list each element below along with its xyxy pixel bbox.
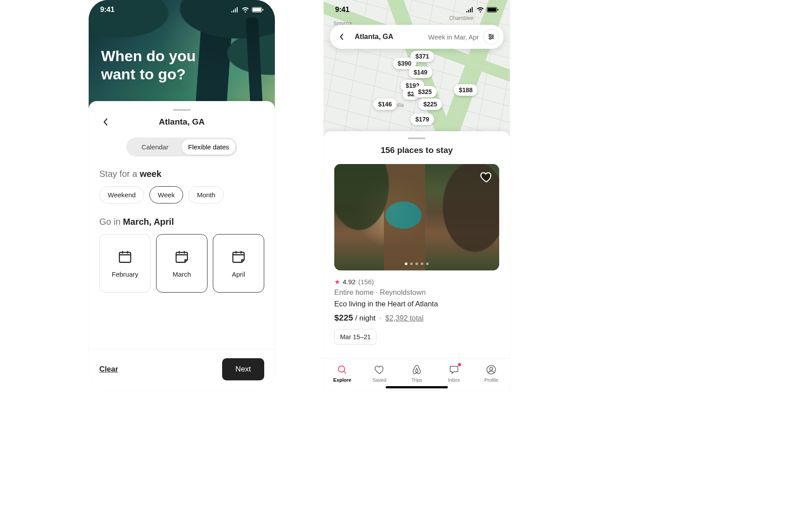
svg-point-7	[489, 34, 490, 35]
date-chip[interactable]: Mar 15–21	[334, 329, 376, 345]
back-button[interactable]	[99, 116, 112, 128]
tab-label: Saved	[372, 377, 386, 383]
month-april[interactable]: April	[213, 234, 264, 293]
next-button[interactable]: Next	[222, 358, 264, 380]
search-location: Atlanta, GA	[355, 33, 393, 41]
svg-rect-2	[262, 9, 263, 11]
duration-weekend[interactable]: Weekend	[99, 186, 144, 203]
month-february[interactable]: February	[99, 234, 151, 293]
tab-label: Profile	[484, 377, 498, 383]
sheet-footer: Clear Next	[89, 349, 275, 380]
sheet-grabber[interactable]	[408, 137, 426, 139]
airbnb-logo-icon	[411, 364, 422, 376]
profile-icon	[485, 364, 497, 376]
chevron-left-icon	[339, 33, 344, 40]
status-bar: 9:41	[324, 0, 510, 20]
calendar-fold-icon	[174, 249, 189, 264]
search-back-button[interactable]	[332, 28, 350, 46]
map-price-pin[interactable]: $179	[411, 113, 434, 125]
date-picker-sheet: Atlanta, GA Calendar Flexible dates Stay…	[89, 101, 275, 390]
separator-dot: ·	[379, 314, 382, 322]
flexible-dates-screen: When do you want to go? 9:41 Atlanta, GA…	[89, 0, 275, 390]
heart-icon	[480, 170, 493, 184]
listing-subtitle: Entire home · Reynoldstown	[334, 287, 499, 298]
search-results-screen: Chamblee Smyrna De Atla $371 $390 $149 $…	[324, 0, 510, 390]
tab-saved[interactable]: Saved	[361, 359, 398, 387]
svg-point-12	[490, 367, 493, 370]
svg-rect-5	[488, 8, 496, 12]
month-label: February	[112, 270, 138, 278]
search-dates: Week in Mar, Apr	[428, 33, 479, 41]
tab-trips[interactable]: Trips	[398, 359, 435, 387]
map-price-pin[interactable]: $188	[454, 84, 477, 96]
rating-row: ★ 4.92 (156)	[334, 277, 499, 287]
tab-explore[interactable]: Explore	[324, 359, 361, 387]
segment-calendar[interactable]: Calendar	[128, 139, 182, 155]
status-time: 9:41	[335, 6, 349, 14]
svg-rect-6	[497, 9, 498, 11]
month-label: March	[172, 270, 191, 278]
status-bar: 9:41	[89, 0, 275, 20]
results-sheet: 156 places to stay ★ 4.92 (156) Entire h…	[324, 131, 510, 390]
wifi-icon	[242, 7, 249, 12]
duration-week[interactable]: Week	[149, 186, 183, 203]
go-value: March, April	[123, 217, 174, 227]
sheet-grabber[interactable]	[173, 109, 191, 111]
status-icons	[231, 7, 263, 12]
status-icons	[466, 7, 498, 12]
rating-value: 4.92	[343, 277, 356, 287]
listing-card[interactable]: ★ 4.92 (156) Entire home · Reynoldstown …	[334, 277, 499, 345]
status-time: 9:41	[100, 6, 114, 14]
duration-month[interactable]: Month	[188, 186, 224, 203]
month-options[interactable]: February March April	[99, 234, 264, 293]
star-icon: ★	[334, 277, 340, 287]
tab-profile[interactable]: Profile	[473, 359, 510, 387]
stay-duration-label: Stay for a week	[99, 169, 264, 179]
map-price-pin[interactable]: $146	[373, 98, 397, 110]
date-mode-segmented: Calendar Flexible dates	[126, 137, 237, 156]
chevron-left-icon	[103, 118, 108, 126]
map-price-pin[interactable]: $325	[413, 86, 437, 98]
svg-point-9	[489, 38, 491, 39]
svg-rect-3	[119, 252, 131, 262]
map-price-pin[interactable]: $149	[409, 66, 432, 78]
calendar-fold-icon	[231, 249, 246, 264]
duration-options: Weekend Week Month	[99, 186, 264, 203]
search-icon	[336, 364, 348, 376]
price-per: / night	[353, 314, 376, 322]
map-price-pin[interactable]: $225	[419, 98, 442, 110]
go-in-label: Go in March, April	[99, 217, 264, 227]
tab-label: Trips	[411, 377, 422, 383]
map[interactable]: Chamblee Smyrna De Atla $371 $390 $149 $…	[324, 0, 510, 137]
listing-title: Eco living in the Heart of Atlanta	[334, 298, 499, 310]
filters-button[interactable]	[483, 29, 499, 45]
clear-button[interactable]: Clear	[99, 365, 118, 374]
month-march[interactable]: March	[156, 234, 207, 293]
search-bar[interactable]: Atlanta, GA Week in Mar, Apr	[330, 25, 504, 49]
price-row: $225 / night · $2,392 total	[334, 311, 499, 324]
tab-label: Explore	[333, 377, 351, 383]
stay-prefix: Stay for a	[99, 169, 140, 179]
heart-icon	[374, 364, 385, 376]
sheet-location-title: Atlanta, GA	[159, 117, 204, 127]
go-prefix: Go in	[99, 217, 123, 227]
segment-flexible[interactable]: Flexible dates	[182, 139, 235, 155]
price-total[interactable]: $2,392 total	[385, 314, 423, 322]
battery-icon	[487, 7, 498, 12]
home-indicator[interactable]	[386, 386, 448, 388]
image-pagination-dots	[334, 262, 499, 265]
tab-inbox[interactable]: Inbox	[435, 359, 473, 387]
svg-point-10	[338, 366, 344, 372]
svg-rect-1	[253, 8, 261, 12]
sliders-icon	[488, 33, 495, 40]
tab-label: Inbox	[448, 377, 460, 383]
review-count: (156)	[358, 277, 374, 287]
hero-title: When do you want to go?	[101, 47, 216, 83]
calendar-icon	[117, 249, 133, 264]
signal-icon	[231, 7, 239, 12]
wishlist-button[interactable]	[480, 170, 493, 184]
stay-value: week	[140, 169, 161, 179]
listing-image[interactable]	[334, 164, 499, 270]
wifi-icon	[477, 7, 484, 12]
signal-icon	[466, 7, 474, 12]
